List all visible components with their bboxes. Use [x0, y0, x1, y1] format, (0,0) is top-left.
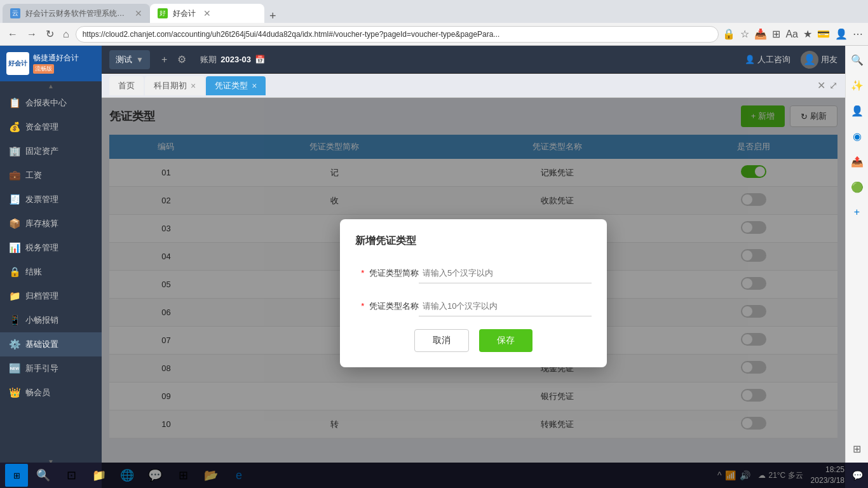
- new-tab-button[interactable]: +: [264, 10, 281, 23]
- sidebar-item-archive[interactable]: 📁 归档管理: [0, 284, 102, 308]
- profile-icon[interactable]: 👤: [835, 28, 848, 40]
- right-grid-icon[interactable]: ⊞: [848, 440, 866, 458]
- sidebar-item-settings-label: 基础设置: [25, 339, 58, 350]
- start-button[interactable]: ⊞: [5, 464, 28, 487]
- short-input[interactable]: [419, 263, 592, 283]
- tab1-close[interactable]: ✕: [135, 8, 142, 18]
- sidebar-item-funds[interactable]: 💰 资金管理: [0, 115, 102, 139]
- tab-subject-label: 科目期初: [154, 80, 187, 92]
- sidebar-item-expense-label: 小畅报销: [25, 315, 58, 326]
- name-label-text: 凭证类型名称: [369, 301, 419, 311]
- salary-icon: 💼: [9, 170, 20, 181]
- archive-icon: 📁: [9, 290, 20, 302]
- collections-icon[interactable]: 📥: [754, 28, 767, 40]
- logo-text-area: 畅捷通好合计 流畅版: [33, 53, 79, 74]
- minimize-tab-icon[interactable]: ✕: [817, 79, 825, 92]
- forward-button[interactable]: →: [24, 27, 39, 41]
- sidebar-item-inventory[interactable]: 📦 库存核算: [0, 212, 102, 236]
- user-button[interactable]: 👤 用友: [801, 51, 837, 69]
- sidebar-item-tax[interactable]: 📊 税务管理: [0, 236, 102, 260]
- tab-voucher-type[interactable]: 凭证类型 ×: [206, 76, 266, 95]
- settings-btn[interactable]: ⚙: [175, 52, 189, 67]
- maximize-tab-icon[interactable]: ⤢: [829, 79, 837, 92]
- consult-button[interactable]: 👤 人工咨询: [745, 54, 790, 65]
- tab-home-label: 首页: [118, 80, 135, 92]
- right-send-icon[interactable]: 📤: [848, 152, 866, 170]
- settings-icon: ⚙️: [9, 339, 20, 350]
- sidebar-item-reports[interactable]: 📋 会报表中心: [0, 91, 102, 115]
- bookmark-icon[interactable]: ☆: [740, 28, 749, 40]
- windows-icon: ⊞: [13, 471, 20, 480]
- logo-badge: 流畅版: [33, 64, 54, 74]
- sidebar-item-settings[interactable]: ⚙️ 基础设置: [0, 332, 102, 356]
- name-input[interactable]: [419, 296, 592, 316]
- cancel-button[interactable]: 取消: [414, 329, 469, 352]
- guide-icon: 🆕: [9, 363, 20, 374]
- company-selector[interactable]: 测试 ▼: [109, 50, 150, 69]
- tab-voucher-close[interactable]: ×: [252, 81, 257, 91]
- sidebar-item-inventory-label: 库存核算: [25, 218, 58, 229]
- modal-overlay: 新增凭证类型 * 凭证类型简称 * 凭证类型名称: [102, 98, 845, 488]
- short-name-row: * 凭证类型简称: [355, 263, 592, 283]
- company-name: 测试: [116, 54, 132, 65]
- sidebar-item-assets[interactable]: 🏢 固定资产: [0, 139, 102, 163]
- task-view-icon: ⊡: [64, 468, 79, 483]
- address-bar[interactable]: [76, 26, 719, 43]
- sidebar-item-member[interactable]: 👑 畅会员: [0, 381, 102, 405]
- sidebar: 好会计 畅捷通好合计 流畅版 ▲ 📋 会报表中心 💰 资金管理 🏢 固定资产 💼: [0, 46, 102, 488]
- member-icon: 👑: [9, 387, 20, 398]
- period-info: 账期 2023-03 📅: [200, 54, 265, 65]
- more-icon[interactable]: ⋯: [853, 28, 863, 40]
- right-download-icon[interactable]: 🟢: [848, 178, 866, 196]
- sidebar-item-reports-label: 会报表中心: [25, 97, 67, 109]
- taskbar-search[interactable]: 🔍: [31, 464, 56, 487]
- split-icon[interactable]: ⊞: [772, 28, 780, 40]
- tab-home[interactable]: 首页: [109, 76, 144, 95]
- app-main: 测试 ▼ + ⚙ 账期 2023-03 📅 👤 人工咨询 👤 用友: [102, 46, 845, 488]
- content-area: 凭证类型 + 新增 ↻ 刷新 编码 凭证类型简称 凭证类型名称 是否启用: [102, 98, 845, 488]
- fav-icon[interactable]: ★: [803, 28, 812, 40]
- read-icon[interactable]: Aa: [785, 29, 798, 40]
- scroll-up-indicator[interactable]: ▲: [0, 81, 102, 91]
- sidebar-item-salary[interactable]: 💼 工资: [0, 163, 102, 187]
- calendar-icon[interactable]: 📅: [255, 55, 265, 64]
- sidebar-item-invoice[interactable]: 🧾 发票管理: [0, 187, 102, 212]
- right-add-icon[interactable]: +: [848, 203, 866, 221]
- sidebar-item-closing[interactable]: 🔒 结账: [0, 260, 102, 284]
- sidebar-item-expense[interactable]: 📱 小畅报销: [0, 308, 102, 332]
- browser-tab-1[interactable]: 云 好会计云财务软件管理系统_会计 ✕: [3, 4, 150, 23]
- tax-icon: 📊: [9, 242, 20, 254]
- taskbar-task-view[interactable]: ⊡: [58, 464, 84, 487]
- tab-subject[interactable]: 科目期初 ×: [145, 76, 205, 95]
- back-button[interactable]: ←: [5, 27, 20, 41]
- tab2-close[interactable]: ✕: [203, 8, 211, 18]
- topbar-right: 👤 人工咨询 👤 用友: [745, 51, 837, 69]
- sidebar-item-funds-label: 资金管理: [25, 121, 58, 133]
- right-person-icon[interactable]: 👤: [848, 102, 866, 119]
- browser-tab-2[interactable]: 好 好会计 ✕: [150, 4, 264, 23]
- right-panel: 🔍 ✨ 👤 ◉ 📤 🟢 + ⊞ ⚙: [845, 46, 868, 488]
- wallet-icon[interactable]: 💳: [817, 28, 830, 40]
- right-star-icon[interactable]: ✨: [848, 76, 866, 94]
- notification-icon[interactable]: 💬: [852, 470, 863, 480]
- save-button[interactable]: 保存: [479, 329, 532, 352]
- sidebar-item-assets-label: 固定资产: [25, 146, 58, 157]
- home-button[interactable]: ⌂: [60, 27, 72, 41]
- sidebar-item-tax-label: 税务管理: [25, 242, 58, 254]
- sidebar-item-invoice-label: 发票管理: [25, 194, 58, 205]
- refresh-button[interactable]: ↻: [43, 27, 57, 41]
- add-company-btn[interactable]: +: [159, 53, 170, 67]
- right-outlook-icon[interactable]: ◉: [848, 127, 866, 145]
- company-dropdown-icon: ▼: [136, 55, 144, 64]
- required-star-1: *: [361, 268, 364, 278]
- browser-toolbar: ← → ↻ ⌂ 🔒 ☆ 📥 ⊞ Aa ★ 💳 👤 ⋯: [0, 23, 868, 46]
- tab2-favicon: 好: [158, 8, 168, 18]
- sidebar-item-guide[interactable]: 🆕 新手引导: [0, 356, 102, 381]
- topbar-actions: + ⚙: [159, 52, 189, 67]
- tab-subject-close[interactable]: ×: [191, 81, 196, 91]
- right-search-icon[interactable]: 🔍: [848, 51, 866, 69]
- inventory-icon: 📦: [9, 218, 20, 229]
- tab1-favicon: 云: [10, 8, 20, 18]
- extensions-icon[interactable]: 🔒: [722, 28, 735, 40]
- app-container: 好会计 畅捷通好合计 流畅版 ▲ 📋 会报表中心 💰 资金管理 🏢 固定资产 💼: [0, 46, 868, 488]
